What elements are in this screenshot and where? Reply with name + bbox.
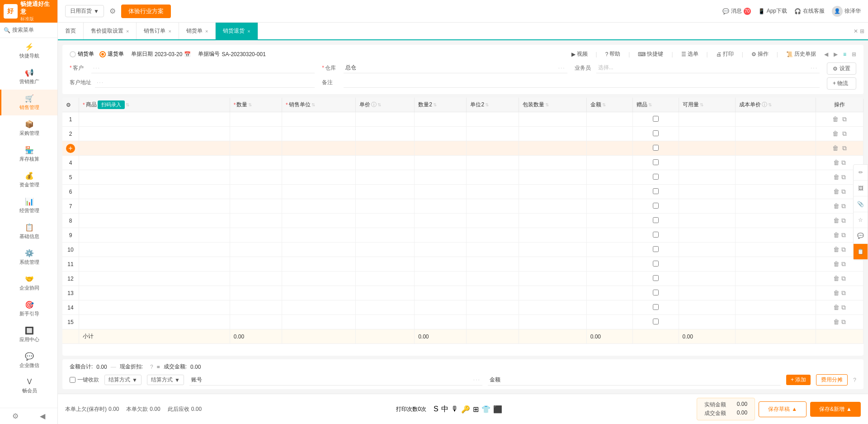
float-note[interactable]: 📋 <box>854 244 868 260</box>
product-cell-1[interactable] <box>79 112 230 127</box>
sidebar-item-basic[interactable]: 📋 基础信息 <box>0 219 57 244</box>
tabs-menu-icon[interactable]: ⊞ <box>860 28 864 34</box>
amount-cell-1[interactable] <box>586 112 632 127</box>
float-image[interactable]: 🖼 <box>854 181 868 196</box>
amount-cell-3[interactable] <box>586 141 632 156</box>
delete-row-3[interactable]: 🗑 <box>831 143 840 152</box>
unit-cell-3[interactable] <box>282 141 356 156</box>
help-btn[interactable]: ? 帮助 <box>603 49 623 59</box>
next-icon[interactable]: ▶ <box>834 51 838 57</box>
price-cell-1[interactable] <box>356 112 415 127</box>
sidebar-item-finance[interactable]: 💰 资金管理 <box>0 167 57 193</box>
unit2-cell-3[interactable] <box>467 141 519 156</box>
close-tab-sale-price[interactable]: × <box>126 29 129 34</box>
sidebar-item-wechat[interactable]: 💬 企业微信 <box>0 348 57 373</box>
print-btn[interactable]: 🖨 打印 <box>713 49 736 59</box>
qty-cell-2[interactable] <box>230 127 282 141</box>
available-cell-3[interactable] <box>679 141 736 156</box>
sort-pack-icon[interactable]: ⇅ <box>545 102 549 107</box>
taskbar-icon-7[interactable]: ⬛ <box>493 405 502 414</box>
user-profile[interactable]: 👤 徐泽华 <box>832 6 861 17</box>
settings-tool-icon[interactable]: ⚙ <box>12 412 19 420</box>
tab-home[interactable]: 首页 <box>58 23 84 39</box>
gift-checkbox-1[interactable] <box>653 116 659 122</box>
available-cell-1[interactable] <box>679 112 736 127</box>
experience-button[interactable]: 体验行业方案 <box>121 5 171 18</box>
calendar-icon[interactable]: 📅 <box>184 51 191 57</box>
online-service-item[interactable]: 🎧 在线客服 <box>794 7 825 15</box>
account-method-select[interactable]: 结算方式 ▼ <box>104 375 142 385</box>
unit-cell-2[interactable] <box>282 127 356 141</box>
select-btn[interactable]: ☰ 选单 <box>679 49 701 59</box>
taskbar-icon-3[interactable]: 🎙 <box>451 405 458 413</box>
scan-input-btn[interactable]: 扫码录入 <box>98 100 125 109</box>
list-view-icon[interactable]: ≡ <box>843 51 846 57</box>
gift-cell-2[interactable] <box>632 127 679 141</box>
sort-product-icon[interactable]: ⇅ <box>126 102 129 107</box>
sidebar-item-operation[interactable]: 📊 经营管理 <box>0 193 57 219</box>
sidebar-item-purchase[interactable]: 📦 采购管理 <box>0 115 57 141</box>
sidebar-item-inventory[interactable]: 🏪 库存核算 <box>0 141 57 167</box>
tab-sale-return[interactable]: 销货退货 × <box>216 23 258 39</box>
copy-row-1[interactable]: ⧉ <box>841 114 848 124</box>
grid-view-icon[interactable]: ⊞ <box>852 51 856 57</box>
sort-unit-icon[interactable]: ⇅ <box>311 102 315 107</box>
taskbar-icon-5[interactable]: ⊞ <box>473 405 479 414</box>
th-settings[interactable]: ⚙ <box>62 98 79 112</box>
sidebar-item-member[interactable]: V 畅会员 <box>0 373 57 399</box>
save-new-button[interactable]: 保存&新增 ▲ <box>810 402 861 417</box>
add-payment-btn[interactable]: + 添加 <box>786 375 811 385</box>
amount-input[interactable]: 金额 <box>488 375 781 386</box>
delete-row-2[interactable]: 🗑 <box>831 129 840 138</box>
sort-price-icon[interactable]: ⇅ <box>377 102 381 107</box>
sidebar-item-enterprise[interactable]: 🤝 企业协同 <box>0 270 57 296</box>
one-click-payment[interactable]: 一键收款 <box>70 376 99 384</box>
sort-amount-icon[interactable]: ⇅ <box>602 102 606 107</box>
shortcut-btn[interactable]: ⌨ 快捷键 <box>635 49 666 59</box>
qty2-cell-1[interactable] <box>415 112 467 127</box>
qty2-cell-3[interactable] <box>415 141 467 156</box>
column-settings-icon[interactable]: ⚙ <box>66 102 71 108</box>
gift-checkbox-3[interactable] <box>653 145 659 151</box>
radio-return[interactable]: 退货单 <box>99 50 124 58</box>
message-item[interactable]: 💬 消息 70 <box>722 7 751 15</box>
price-info-icon[interactable]: ⓘ <box>371 101 377 109</box>
unit-cell-1[interactable] <box>282 112 356 127</box>
sort-available-icon[interactable]: ⇅ <box>700 102 703 107</box>
app-download-item[interactable]: 📱 App下载 <box>758 7 787 15</box>
history-btn[interactable]: 📜 历史单据 <box>783 49 819 59</box>
logistics-btn[interactable]: + 物流 <box>827 77 856 90</box>
product-cell-3[interactable] <box>79 141 230 156</box>
address-input[interactable]: ··· <box>95 77 315 88</box>
sidebar-search[interactable]: 🔍 搜索菜单 <box>0 23 57 38</box>
qty2-cell-2[interactable] <box>415 127 467 141</box>
float-message[interactable]: 💬 <box>854 228 868 244</box>
sort-gift-icon[interactable]: ⇅ <box>648 102 652 107</box>
sidebar-item-system[interactable]: ⚙️ 系统管理 <box>0 244 57 270</box>
cost-cell-2[interactable] <box>736 127 816 141</box>
warehouse-input[interactable]: 总仓 ··· <box>344 62 567 73</box>
account-calc-select[interactable]: 结算方式 ▼ <box>147 375 184 385</box>
sort-cost-icon[interactable]: ⇅ <box>768 102 772 107</box>
pack-cell-1[interactable] <box>519 112 586 127</box>
sort-unit2-icon[interactable]: ⇅ <box>485 102 489 107</box>
price-cell-2[interactable] <box>356 127 415 141</box>
save-draft-button[interactable]: 保存草稿 ▲ <box>759 401 807 417</box>
remark-input[interactable] <box>344 77 820 88</box>
product-cell-2[interactable] <box>79 127 230 141</box>
settings-action-btn[interactable]: ⚙ 设置 <box>827 62 856 75</box>
amount-cell-2[interactable] <box>586 127 632 141</box>
collapse-icon[interactable]: ◀ <box>40 412 45 420</box>
radio-sale[interactable]: 销货单 <box>70 50 94 58</box>
fee-info-icon[interactable]: ? <box>853 377 856 383</box>
close-all-tabs-icon[interactable]: ✕ <box>854 28 858 34</box>
tab-sale-order[interactable]: 销售订单 × <box>137 23 179 39</box>
tab-sale-price[interactable]: 售价提取设置 × <box>84 23 137 39</box>
unit2-cell-1[interactable] <box>467 112 519 127</box>
operation-btn[interactable]: ⚙ 操作 <box>749 49 771 59</box>
delete-row-1[interactable]: 🗑 <box>831 114 840 124</box>
float-star[interactable]: ☆ <box>854 212 868 228</box>
close-tab-sale-goods[interactable]: × <box>205 29 208 34</box>
taskbar-icon-4[interactable]: 🔑 <box>461 405 470 414</box>
cost-cell-1[interactable] <box>736 112 816 127</box>
